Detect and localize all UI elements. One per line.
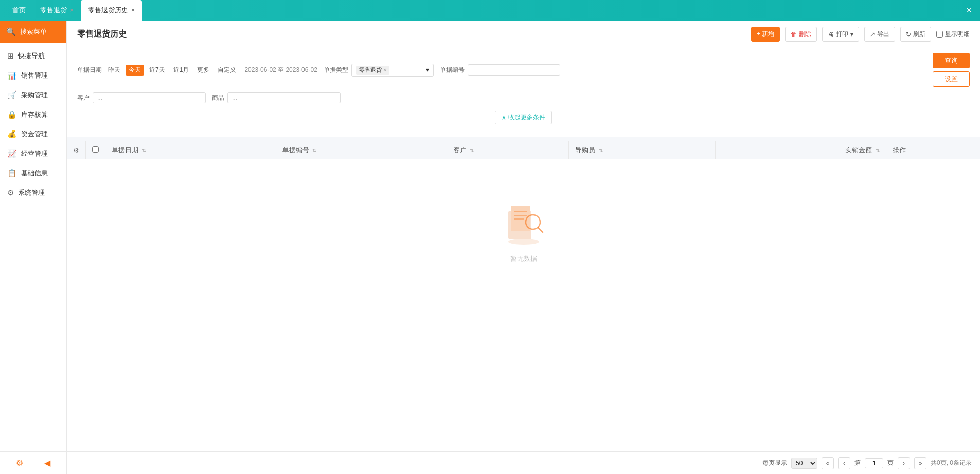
doc-type-select[interactable]: 零售退货 × ▾ [351, 64, 434, 77]
sidebar-search[interactable]: 🔍 搜索菜单 [0, 21, 66, 43]
data-table: ⚙ 单据日期 ⇅ 单据编号 ⇅ [67, 141, 980, 304]
table-wrapper: ⚙ 单据日期 ⇅ 单据编号 ⇅ [67, 141, 980, 451]
window-close-btn[interactable]: × [963, 5, 975, 16]
filter-settings-button[interactable]: 设置 [933, 71, 970, 87]
th-actions: 操作 [886, 141, 980, 159]
top-bar: 首页 零售退货 × 零售退货历史 × × [0, 0, 980, 21]
tab-close-retail-return-history[interactable]: × [131, 7, 135, 14]
settings-icon: ⚙ [73, 147, 79, 154]
content-area: 零售退货历史 + 新增 🗑 删除 🖨 打印 ▾ ↗ 导出 [67, 21, 980, 474]
sidebar-bottom: ⚙ ◀ [0, 451, 66, 474]
pagination-bar: 每页显示 50 10 20 100 « ‹ 第 页 › » 共0页, 0条记录 [67, 451, 980, 474]
sidebar-item-label: 资金管理 [21, 130, 48, 139]
tab-retail-return-history[interactable]: 零售退货历史 × [81, 0, 142, 21]
date-today[interactable]: 今天 [126, 65, 144, 76]
doc-type-dropdown-icon: ▾ [426, 66, 429, 74]
th-guide[interactable]: 导购员 ⇅ [569, 141, 716, 159]
settings-icon[interactable]: ⚙ [16, 458, 23, 468]
page-prev-btn[interactable]: ‹ [838, 457, 850, 469]
sales-icon: 📊 [7, 71, 17, 80]
page-input[interactable] [865, 458, 883, 468]
delete-button[interactable]: 🗑 删除 [785, 27, 817, 42]
export-icon: ↗ [870, 31, 875, 38]
sidebar-nav: ⊞ 快捷导航 📊 销售管理 🛒 采购管理 🔒 库存核算 💰 资金管理 📈 [0, 43, 66, 451]
date-more[interactable]: 更多 [194, 65, 212, 76]
operations-icon: 📈 [7, 149, 17, 158]
page-next-btn[interactable]: › [898, 457, 910, 469]
date-filter-label: 单据日期 [77, 66, 102, 75]
customer-filter: 客户 [77, 92, 206, 103]
sidebar-item-label: 基础信息 [21, 169, 48, 178]
select-all-checkbox[interactable] [92, 146, 99, 153]
doc-no-filter: 单据编号 [440, 64, 560, 76]
th-customer[interactable]: 客户 ⇅ [447, 141, 569, 159]
quick-nav-icon: ⊞ [7, 51, 14, 61]
sidebar-item-label: 采购管理 [21, 90, 48, 100]
print-button[interactable]: 🖨 打印 ▾ [822, 27, 859, 42]
collapse-icon: ∧ [502, 114, 506, 121]
collapse-filter-button[interactable]: ∧ 收起更多条件 [495, 111, 552, 124]
sidebar-item-sales[interactable]: 📊 销售管理 [0, 66, 66, 85]
main-layout: 🔍 搜索菜单 ⊞ 快捷导航 📊 销售管理 🛒 采购管理 🔒 库存核算 💰 [0, 21, 980, 474]
sidebar-item-inventory[interactable]: 🔒 库存核算 [0, 105, 66, 124]
page-first-btn[interactable]: « [822, 457, 834, 469]
page-title: 零售退货历史 [77, 29, 127, 40]
th-settings[interactable]: ⚙ [67, 141, 86, 159]
date-yesterday[interactable]: 昨天 [105, 65, 123, 76]
page-last-btn[interactable]: » [914, 457, 926, 469]
doc-type-label: 单据类型 [324, 66, 348, 75]
show-detail-checkbox[interactable]: 显示明细 [936, 30, 970, 39]
doc-type-filter: 单据类型 零售退货 × ▾ [324, 64, 434, 77]
goods-filter: 商品 [212, 92, 341, 103]
date-last7[interactable]: 近7天 [146, 65, 168, 76]
tab-retail-return[interactable]: 零售退货 × [33, 0, 81, 21]
sidebar-item-operations[interactable]: 📈 经营管理 [0, 144, 66, 163]
export-button[interactable]: ↗ 导出 [864, 27, 895, 42]
svg-line-7 [538, 228, 543, 232]
tab-close-retail-return[interactable]: × [70, 7, 74, 14]
sidebar-search-label: 搜索菜单 [20, 27, 47, 37]
finance-icon: 💰 [7, 130, 17, 139]
date-custom[interactable]: 自定义 [215, 65, 239, 76]
th-checkbox[interactable] [86, 141, 105, 159]
doc-type-tag-close[interactable]: × [383, 67, 386, 73]
sidebar-item-basic[interactable]: 📋 基础信息 [0, 163, 66, 183]
inventory-icon: 🔒 [7, 110, 17, 119]
goods-input[interactable] [227, 92, 341, 103]
date-filter: 单据日期 昨天 今天 近7天 近1月 更多 自定义 2023-06-02 至 2… [77, 65, 317, 76]
new-button[interactable]: + 新增 [751, 27, 780, 42]
sort-icon-amount: ⇅ [876, 148, 880, 153]
customer-label: 客户 [77, 94, 90, 102]
query-button[interactable]: 查询 [933, 53, 970, 68]
show-detail-input[interactable] [936, 31, 943, 38]
sidebar: 🔍 搜索菜单 ⊞ 快捷导航 📊 销售管理 🛒 采购管理 🔒 库存核算 💰 [0, 21, 67, 474]
sidebar-item-label: 系统管理 [18, 188, 45, 197]
collapse-sidebar-icon[interactable]: ◀ [44, 458, 50, 468]
sort-icon-doc-no: ⇅ [312, 148, 316, 153]
filter-row-1: 单据日期 昨天 今天 近7天 近1月 更多 自定义 2023-06-02 至 2… [77, 53, 970, 87]
tab-home[interactable]: 首页 [5, 0, 33, 21]
sidebar-item-quick-nav[interactable]: ⊞ 快捷导航 [0, 46, 66, 66]
table-body: 暂无数据 [67, 159, 980, 305]
total-info: 共0页, 0条记录 [931, 459, 972, 467]
sidebar-item-purchase[interactable]: 🛒 采购管理 [0, 85, 66, 105]
empty-text: 暂无数据 [510, 254, 537, 263]
search-icon: 🔍 [6, 27, 16, 37]
sidebar-item-finance[interactable]: 💰 资金管理 [0, 124, 66, 144]
th-doc-date[interactable]: 单据日期 ⇅ [105, 141, 276, 159]
per-page-select[interactable]: 50 10 20 100 [791, 458, 817, 469]
customer-input[interactable] [93, 92, 206, 103]
date-last1m[interactable]: 近1月 [170, 65, 192, 76]
sort-icon-guide: ⇅ [599, 148, 603, 153]
svg-point-0 [508, 239, 539, 245]
sidebar-item-system[interactable]: ⚙ 系统管理 [0, 183, 66, 203]
th-amount[interactable]: 实销金额 ⇅ [715, 141, 886, 159]
sidebar-item-label: 经营管理 [21, 149, 48, 158]
page-suffix: 页 [887, 459, 894, 467]
refresh-button[interactable]: ↻ 刷新 [900, 27, 931, 42]
print-icon: 🖨 [828, 31, 834, 38]
sidebar-item-label: 库存核算 [21, 110, 48, 119]
th-doc-no[interactable]: 单据编号 ⇅ [276, 141, 447, 159]
toolbar: + 新增 🗑 删除 🖨 打印 ▾ ↗ 导出 ↻ [751, 27, 970, 42]
doc-no-input[interactable] [468, 64, 560, 76]
